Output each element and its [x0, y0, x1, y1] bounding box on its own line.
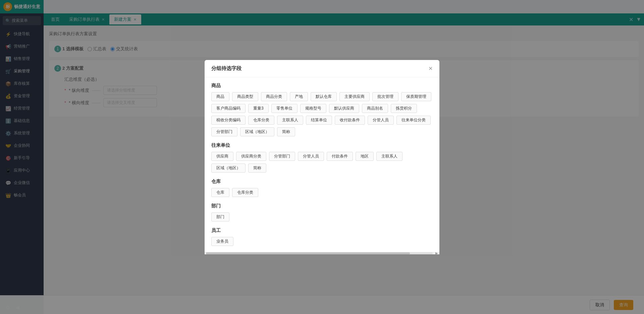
section-warehouse-fields: 仓库 仓库分类 — [211, 188, 433, 197]
hscroll-thumb — [206, 252, 410, 254]
modal-body: 商品 商品 商品类型 商品分类 产地 默认仓库 主要供应商 批次管理 保质期管理… — [205, 77, 439, 252]
section-staff: 员工 业务员 — [211, 228, 433, 246]
section-partner: 往来单位 供应商 供应商分类 分管部门 分管人员 付款条件 地区 主联系人 区域… — [211, 142, 433, 173]
field-shangpin[interactable]: 商品 — [211, 92, 229, 101]
modal-close-icon[interactable]: ✕ — [428, 65, 433, 72]
field-zhuGongYing[interactable]: 主要供应商 — [339, 92, 370, 101]
field-shuishoubianma[interactable]: 税收分类编码 — [211, 116, 246, 125]
modal-title: 分组待选字段 — [211, 65, 241, 72]
field-fengbumon-p[interactable]: 分管部门 — [269, 152, 295, 161]
section-warehouse: 仓库 仓库 仓库分类 — [211, 179, 433, 197]
field-jiancheng-p[interactable]: 简称 — [248, 164, 266, 173]
modal-header: 分组待选字段 ✕ — [205, 60, 439, 77]
field-lingshoudanwei[interactable]: 零售单位 — [271, 104, 298, 113]
field-gongyingfenlei[interactable]: 供应商分类 — [236, 152, 266, 161]
field-zhulianjiren-p[interactable]: 主联系人 — [376, 152, 402, 161]
section-partner-title: 往来单位 — [211, 142, 433, 148]
section-warehouse-title: 仓库 — [211, 179, 433, 185]
field-cangku[interactable]: 仓库 — [211, 188, 229, 197]
hscroll-right[interactable]: ▶ — [435, 251, 438, 255]
section-goods-title: 商品 — [211, 83, 433, 89]
field-kehubianma[interactable]: 客户商品编码 — [211, 104, 246, 113]
field-quyu-p[interactable]: 区域（地区） — [211, 164, 246, 173]
modal-overlay: 分组待选字段 ✕ 商品 商品 商品类型 商品分类 产地 默认仓库 主要供应商 批… — [0, 0, 644, 314]
field-quyu-g[interactable]: 区域（地区） — [240, 127, 274, 136]
section-department: 部门 部门 — [211, 203, 433, 222]
section-dept-title: 部门 — [211, 203, 433, 209]
field-fengguanbumon[interactable]: 分管部门 — [211, 127, 237, 136]
field-bumen[interactable]: 部门 — [211, 212, 229, 222]
section-staff-title: 员工 — [211, 228, 433, 234]
field-jianhuojifen[interactable]: 拣货积分 — [391, 104, 417, 113]
section-staff-fields: 业务员 — [211, 237, 433, 246]
section-goods-fields: 商品 商品类型 商品分类 产地 默认仓库 主要供应商 批次管理 保质期管理 客户… — [211, 92, 433, 136]
field-zhongliang[interactable]: 重量3 — [248, 104, 269, 113]
field-fukuantiaojian[interactable]: 付款条件 — [327, 152, 353, 161]
field-shangpinleixing[interactable]: 商品类型 — [232, 92, 258, 101]
field-fengguanrenyuan[interactable]: 分管人员 — [368, 116, 394, 125]
field-fengrenyuan-p[interactable]: 分管人员 — [298, 152, 324, 161]
field-jiesuandanwei[interactable]: 结算单位 — [306, 116, 332, 125]
field-piCiGuanLi[interactable]: 批次管理 — [372, 92, 398, 101]
field-morenCangku[interactable]: 默认仓库 — [311, 92, 337, 101]
section-partner-fields: 供应商 供应商分类 分管部门 分管人员 付款条件 地区 主联系人 区域（地区） … — [211, 152, 433, 173]
field-chandi[interactable]: 产地 — [290, 92, 308, 101]
field-select-modal: 分组待选字段 ✕ 商品 商品 商品类型 商品分类 产地 默认仓库 主要供应商 批… — [205, 60, 439, 254]
field-cangkufenlei[interactable]: 仓库分类 — [248, 116, 274, 125]
field-jiancheng-g[interactable]: 简称 — [277, 127, 295, 136]
field-cangkufl[interactable]: 仓库分类 — [232, 188, 258, 197]
section-dept-fields: 部门 — [211, 212, 433, 222]
section-goods: 商品 商品 商品类型 商品分类 产地 默认仓库 主要供应商 批次管理 保质期管理… — [211, 83, 433, 136]
field-guigexinghao[interactable]: 规格型号 — [300, 104, 326, 113]
field-wanglaidanweilei[interactable]: 往来单位分类 — [396, 116, 431, 125]
field-gongyingshang[interactable]: 供应商 — [211, 152, 233, 161]
field-diqu[interactable]: 地区 — [356, 152, 374, 161]
field-baozhiqi[interactable]: 保质期管理 — [401, 92, 431, 101]
field-morengongying[interactable]: 默认供应商 — [329, 104, 359, 113]
field-shoufukuantiaojian[interactable]: 收付款条件 — [335, 116, 365, 125]
field-yewuyuan[interactable]: 业务员 — [211, 237, 233, 246]
modal-hscroll[interactable]: ▶ — [205, 252, 439, 254]
field-shangpinfenlei[interactable]: 商品分类 — [261, 92, 287, 101]
field-zhulianjiren[interactable]: 主联系人 — [277, 116, 303, 125]
field-shangpinbiebming[interactable]: 商品别名 — [362, 104, 388, 113]
